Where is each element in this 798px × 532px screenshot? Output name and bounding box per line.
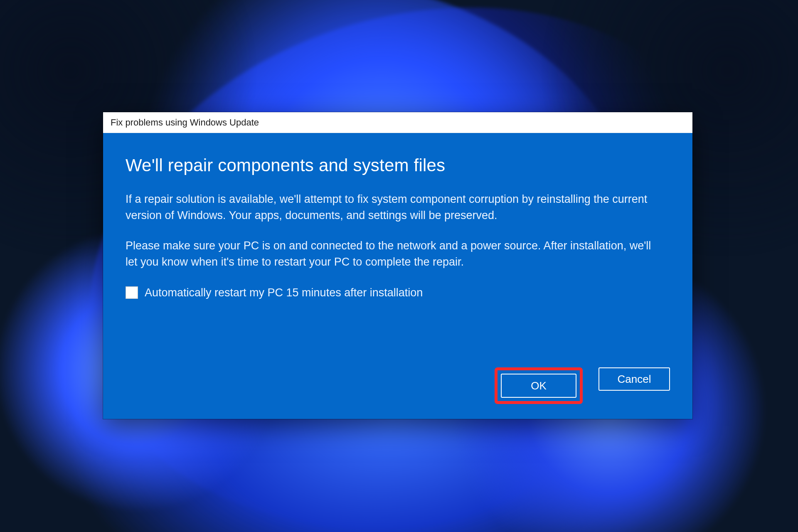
repair-dialog: Fix problems using Windows Update We'll …: [103, 112, 692, 419]
dialog-button-row: OK Cancel: [126, 359, 670, 404]
dialog-body: We'll repair components and system files…: [103, 133, 692, 419]
dialog-title: Fix problems using Windows Update: [111, 117, 259, 128]
auto-restart-checkbox-label: Automatically restart my PC 15 minutes a…: [145, 286, 423, 299]
ok-button-highlight: OK: [495, 367, 583, 404]
auto-restart-checkbox-row[interactable]: Automatically restart my PC 15 minutes a…: [126, 286, 670, 299]
dialog-headline: We'll repair components and system files: [126, 155, 670, 175]
dialog-paragraph-2: Please make sure your PC is on and conne…: [126, 238, 653, 270]
dialog-titlebar[interactable]: Fix problems using Windows Update: [103, 112, 692, 133]
ok-button[interactable]: OK: [501, 374, 576, 398]
auto-restart-checkbox[interactable]: [126, 286, 138, 299]
cancel-button[interactable]: Cancel: [598, 367, 670, 391]
dialog-paragraph-1: If a repair solution is available, we'll…: [126, 191, 653, 224]
